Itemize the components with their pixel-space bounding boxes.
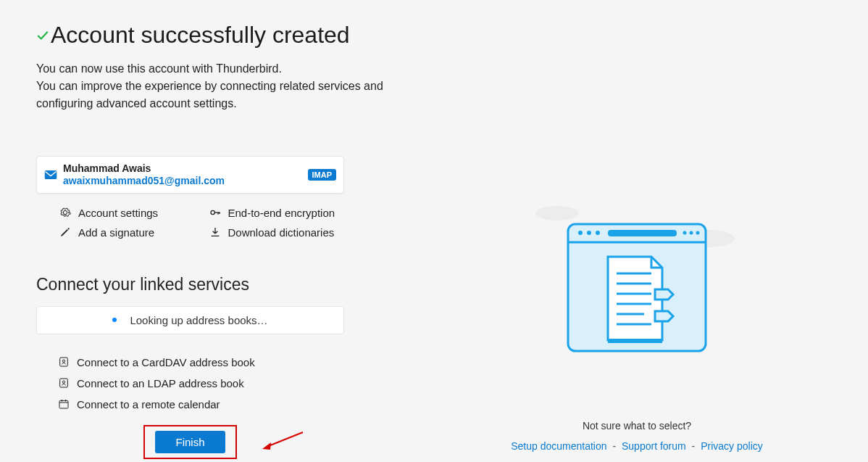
download-dicts-label: Download dictionaries	[228, 226, 335, 239]
annotation-arrow-icon	[261, 431, 304, 453]
svg-point-1	[211, 210, 214, 214]
key-icon	[209, 207, 221, 218]
check-icon	[36, 29, 49, 42]
connect-calendar-label: Connect to a remote calendar	[77, 398, 220, 411]
svg-point-19	[578, 231, 583, 235]
spinner-icon	[112, 318, 117, 322]
svg-point-23	[683, 231, 687, 234]
add-signature-link[interactable]: Add a signature	[59, 226, 195, 239]
download-icon	[209, 226, 221, 238]
connect-calendar-link[interactable]: Connect to a remote calendar	[58, 398, 442, 411]
setup-doc-link[interactable]: Setup documentation	[511, 440, 606, 452]
intro-line-2: You can improve the experience by connec…	[36, 78, 442, 112]
svg-rect-32	[608, 339, 662, 343]
account-settings-link[interactable]: Account settings	[59, 207, 195, 219]
calendar-icon	[58, 398, 70, 410]
connect-carddav-link[interactable]: Connect to a CardDAV address book	[58, 356, 442, 368]
separator: -	[692, 440, 696, 452]
account-settings-label: Account settings	[78, 207, 158, 219]
mail-icon	[44, 170, 57, 180]
separator: -	[612, 440, 616, 452]
gear-icon	[59, 207, 71, 218]
addressbook-icon	[58, 356, 70, 368]
title-row: Account successfully created	[36, 22, 442, 49]
svg-rect-9	[59, 400, 68, 408]
help-prompt: Not sure what to select?	[583, 420, 691, 432]
svg-point-20	[587, 231, 591, 235]
annotation-highlight-box: Finish	[143, 425, 236, 459]
privacy-policy-link[interactable]: Privacy policy	[701, 440, 763, 452]
svg-rect-22	[608, 230, 677, 236]
svg-point-6	[62, 360, 64, 362]
svg-line-13	[267, 432, 303, 447]
download-dicts-link[interactable]: Download dictionaries	[209, 226, 345, 239]
svg-point-25	[696, 231, 700, 234]
illustration	[528, 202, 746, 355]
e2e-encryption-label: End-to-end encryption	[228, 207, 335, 219]
support-forum-link[interactable]: Support forum	[622, 440, 686, 452]
addressbook-icon	[58, 377, 70, 389]
svg-point-8	[62, 381, 64, 383]
connect-ldap-link[interactable]: Connect to an LDAP address book	[58, 377, 442, 389]
svg-rect-0	[45, 170, 57, 179]
svg-point-15	[535, 206, 579, 220]
intro-line-1: You can now use this account with Thunde…	[36, 60, 442, 78]
account-name: Muhammad Awais	[63, 162, 308, 175]
lookup-status-card: Looking up address books…	[36, 306, 344, 334]
protocol-badge: IMAP	[308, 169, 337, 181]
lookup-status-text: Looking up address books…	[130, 314, 267, 326]
add-signature-label: Add a signature	[78, 226, 154, 239]
account-card: Muhammad Awais awaixmuhammad051@gmail.co…	[36, 156, 344, 194]
e2e-encryption-link[interactable]: End-to-end encryption	[209, 207, 345, 219]
finish-button[interactable]: Finish	[155, 431, 225, 453]
intro-text: You can now use this account with Thunde…	[36, 60, 442, 112]
help-links: Setup documentation - Support forum - Pr…	[511, 440, 763, 452]
connect-ldap-label: Connect to an LDAP address book	[77, 377, 244, 389]
svg-marker-14	[262, 442, 271, 450]
page-title: Account successfully created	[51, 22, 350, 49]
pencil-icon	[59, 226, 71, 238]
connect-carddav-label: Connect to a CardDAV address book	[77, 356, 255, 368]
svg-point-21	[596, 231, 600, 235]
account-email: awaixmuhammad051@gmail.com	[63, 175, 308, 187]
svg-point-24	[690, 231, 693, 234]
linked-services-heading: Connect your linked services	[36, 275, 442, 294]
